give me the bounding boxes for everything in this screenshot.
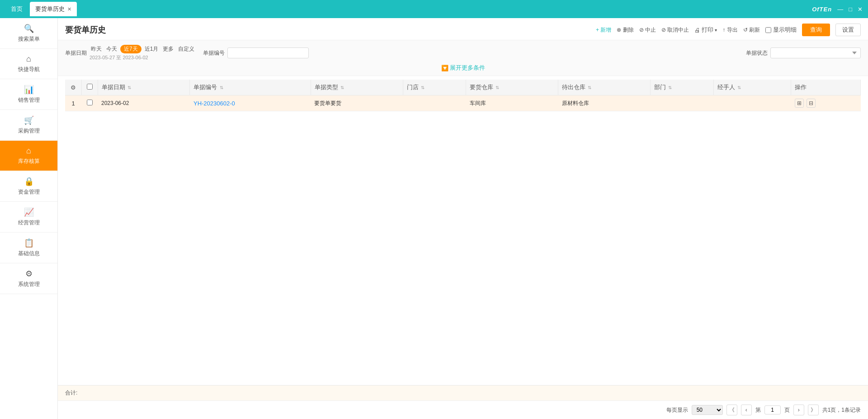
view-action-icon[interactable]: ⊞ (795, 99, 804, 108)
close-tab-icon[interactable]: ✕ (67, 6, 71, 12)
th-docno-label: 单据编号 (193, 84, 217, 90)
delete-button[interactable]: ⊗ 删除 (617, 26, 633, 34)
th-date-label: 单据日期 (102, 84, 125, 90)
sidebar-item-basic[interactable]: 📋 基础信息 (0, 233, 57, 263)
per-page-label: 每页显示 (666, 406, 688, 414)
th-doctype: 单据类型 ⇅ (311, 80, 403, 95)
expand-label: 展开更多条件 (450, 64, 485, 72)
print-icon: 🖨 (694, 27, 700, 33)
th-docno: 单据编号 ⇅ (190, 80, 311, 95)
out-warehouse-sort-icon[interactable]: ⇅ (588, 85, 591, 90)
handler-sort-icon[interactable]: ⇅ (737, 85, 741, 90)
sidebar-item-finance-label: 资金管理 (18, 188, 40, 196)
minimize-icon[interactable]: — (837, 6, 843, 13)
print-button[interactable]: 🖨 打印 ▾ (694, 26, 717, 34)
last-page-button[interactable]: 》 (808, 405, 819, 415)
sidebar-item-search[interactable]: 🔍 搜索菜单 (0, 18, 57, 49)
sidebar-item-system[interactable]: ⚙ 系统管理 (0, 263, 57, 294)
th-settings: ⚙ (65, 80, 81, 95)
date-shortcuts: 昨天 今天 近7天 近1月 更多 自定义 2023-05-27 至 2023-0… (90, 45, 196, 61)
sidebar-item-quicknav-label: 快捷导航 (18, 66, 40, 73)
print-dropdown-icon[interactable]: ▾ (715, 28, 717, 33)
docno-sort-icon[interactable]: ⇅ (220, 85, 223, 90)
export-button[interactable]: ↑ 导出 (722, 26, 737, 34)
th-doctype-label: 单据类型 (315, 84, 338, 90)
row-out-warehouse: 原材料仓库 (558, 95, 651, 111)
date-sort-icon[interactable]: ⇅ (127, 85, 131, 90)
inventory-icon: ⌂ (26, 146, 31, 156)
doc-no-filter: 单据编号 (203, 48, 309, 58)
summary-label: 合计: (65, 389, 77, 397)
prev-page-button[interactable]: ‹ (741, 405, 752, 415)
show-detail-input[interactable] (765, 27, 771, 33)
expand-more-btn[interactable]: 🔽 展开更多条件 (65, 64, 861, 72)
basic-icon: 📋 (24, 238, 34, 248)
window-controls: OfTEn — □ ✕ (812, 6, 863, 13)
settings-button[interactable]: 设置 (835, 24, 861, 36)
maximize-icon[interactable]: □ (849, 6, 852, 13)
close-window-icon[interactable]: ✕ (858, 6, 863, 13)
th-handler-label: 经手人 (717, 84, 735, 90)
date-shortcut-custom[interactable]: 自定义 (177, 45, 196, 53)
doctype-sort-icon[interactable]: ⇅ (340, 85, 344, 90)
sidebar: 🔍 搜索菜单 ⌂ 快捷导航 📊 销售管理 🛒 采购管理 ⌂ 库存核算 🔒 资金管… (0, 18, 58, 419)
home-icon: ⌂ (26, 54, 31, 64)
query-button[interactable]: 查询 (802, 24, 830, 36)
sidebar-item-purchase-label: 采购管理 (18, 127, 40, 135)
status-select[interactable] (770, 48, 861, 58)
row-index: 1 (65, 95, 81, 111)
th-checkbox (81, 80, 98, 95)
page-number-input[interactable] (764, 405, 781, 414)
brand-label: OfTEn (812, 6, 832, 13)
page-title: 要货单历史 (65, 24, 596, 35)
sidebar-item-purchase[interactable]: 🛒 采购管理 (0, 110, 57, 141)
first-page-button[interactable]: 《 (726, 405, 737, 415)
doc-no-label: 单据编号 (203, 49, 225, 57)
system-icon: ⚙ (25, 269, 33, 279)
tab-purchase-history[interactable]: 要货单历史 ✕ (30, 2, 77, 16)
sidebar-item-operation-label: 经营管理 (18, 219, 40, 227)
refresh-button[interactable]: ↺ 刷新 (743, 26, 760, 34)
date-filter-label: 单据日期 (65, 49, 87, 57)
date-shortcut-yesterday[interactable]: 昨天 (90, 45, 103, 53)
total-info: 共1页，1条记录 (822, 406, 861, 414)
sidebar-item-finance[interactable]: 🔒 资金管理 (0, 171, 57, 202)
row-doctype: 要货单要货 (311, 95, 403, 111)
req-warehouse-sort-icon[interactable]: ⇅ (495, 85, 499, 90)
date-range-display: 2023-05-27 至 2023-06-02 (90, 54, 196, 61)
row-select-checkbox[interactable] (87, 100, 93, 105)
th-handler: 经手人 ⇅ (713, 80, 791, 95)
tab-home[interactable]: 首页 (5, 2, 28, 16)
store-sort-icon[interactable]: ⇅ (421, 85, 425, 90)
settings-gear-icon[interactable]: ⚙ (71, 84, 76, 91)
show-detail-checkbox[interactable]: 显示明细 (765, 26, 797, 34)
filter-row: 单据日期 昨天 今天 近7天 近1月 更多 自定义 2023-05-27 至 2… (65, 45, 861, 61)
select-all-checkbox[interactable] (87, 84, 93, 90)
date-shortcut-7days[interactable]: 近7天 (120, 45, 142, 53)
sidebar-item-sales[interactable]: 📊 销售管理 (0, 79, 57, 110)
date-shortcut-today[interactable]: 今天 (105, 45, 118, 53)
dept-sort-icon[interactable]: ⇅ (668, 85, 672, 90)
finance-icon: 🔒 (24, 176, 34, 186)
more-action-icon[interactable]: ⊟ (807, 99, 816, 108)
sidebar-item-quicknav[interactable]: ⌂ 快捷导航 (0, 49, 57, 79)
per-page-select[interactable]: 20 50 100 (692, 405, 723, 415)
stop-button[interactable]: ⊘ 中止 (639, 26, 656, 34)
sidebar-item-operation[interactable]: 📈 经营管理 (0, 202, 57, 233)
cancel-stop-button[interactable]: ⊘ 取消中止 (661, 26, 689, 34)
next-page-button[interactable]: › (793, 405, 804, 415)
sidebar-item-inventory[interactable]: ⌂ 库存核算 (0, 141, 57, 171)
doc-no-input[interactable] (227, 48, 309, 58)
operation-icon: 📈 (24, 207, 34, 217)
th-store-label: 门店 (407, 84, 419, 90)
table-row: 1 2023-06-02 YH-20230602-0 要货单要货 车间库 原材料… (65, 95, 861, 111)
th-dept-label: 部门 (654, 84, 666, 90)
page-header: 要货单历史 + 新增 ⊗ 删除 ⊘ 中止 ⊘ 取消中止 🖨 打印 ▾ ↑ 导出 … (58, 18, 868, 40)
date-shortcut-1month[interactable]: 近1月 (143, 45, 160, 53)
date-shortcut-more[interactable]: 更多 (161, 45, 175, 53)
th-date: 单据日期 ⇅ (98, 80, 190, 95)
th-req-warehouse-label: 要货仓库 (470, 84, 493, 90)
row-docno-link[interactable]: YH-20230602-0 (193, 100, 235, 107)
tab-home-label: 首页 (11, 5, 23, 13)
add-button[interactable]: + 新增 (596, 26, 611, 34)
